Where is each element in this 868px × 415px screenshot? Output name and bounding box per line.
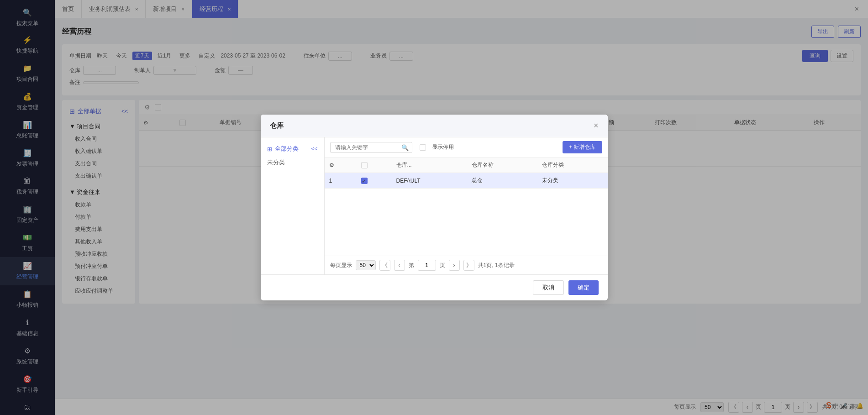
modal-col-checkbox: [357, 158, 392, 173]
row-category: 未分类: [537, 173, 608, 189]
modal-current-page[interactable]: [418, 260, 436, 271]
modal-table-header: ⚙ 仓库... 仓库名称 仓库分类: [325, 158, 608, 173]
modal-header: 仓库 ×: [261, 115, 608, 137]
modal-last-page[interactable]: 》: [463, 260, 474, 271]
modal-first-page[interactable]: 《: [379, 260, 390, 271]
warehouse-modal: 仓库 × ⊞ 全部分类 << 未分类: [261, 115, 608, 300]
modal-table-container: ⚙ 仓库... 仓库名称 仓库分类 1 ✓ DEFAULT: [325, 158, 608, 256]
modal-main: 🔍 显示停用 + 新增仓库 ⚙ 仓库... 仓库名称: [325, 137, 608, 274]
modal-page-size-select[interactable]: 50 20: [356, 260, 376, 270]
modal-col-name[interactable]: 仓库名称: [467, 158, 537, 173]
row-index: 1: [325, 173, 357, 189]
row-code: DEFAULT: [392, 173, 467, 189]
modal-cancel-button[interactable]: 取消: [533, 280, 564, 295]
modal-footer: 取消 确定: [261, 274, 608, 300]
modal-all-label: 全部分类: [275, 145, 299, 153]
modal-pagination: 每页显示 50 20 《 ‹ 第 页 › 》 共1页, 1条记录: [325, 256, 608, 274]
modal-search-input[interactable]: [330, 142, 412, 153]
modal-search-icon: 🔍: [401, 144, 409, 151]
row-name: 总仓: [467, 173, 537, 189]
modal-toolbar: 🔍 显示停用 + 新增仓库: [325, 137, 608, 158]
modal-next-page[interactable]: ›: [449, 260, 460, 271]
modal-close-button[interactable]: ×: [594, 121, 599, 131]
modal-body: ⊞ 全部分类 << 未分类 🔍 显示停用 + 新增: [261, 137, 608, 274]
modal-table-row[interactable]: 1 ✓ DEFAULT 总仓 未分类: [325, 173, 608, 189]
modal-search-wrap: 🔍: [330, 142, 412, 153]
modal-title-text: 仓库: [270, 121, 284, 130]
row-checkbox[interactable]: ✓: [357, 173, 392, 189]
modal-col-category[interactable]: 仓库分类: [537, 158, 608, 173]
modal-page-label: 第: [409, 262, 414, 269]
modal-col-code[interactable]: 仓库...: [392, 158, 467, 173]
modal-overlay: 仓库 × ⊞ 全部分类 << 未分类: [0, 0, 868, 415]
show-disabled-label: 显示停用: [432, 143, 454, 151]
modal-confirm-button[interactable]: 确定: [568, 280, 599, 295]
modal-page-suffix: 页: [440, 262, 445, 269]
modal-total-label: 共1页, 1条记录: [478, 262, 515, 269]
modal-sidebar-all[interactable]: ⊞ 全部分类 <<: [261, 142, 324, 156]
modal-page-size-label: 每页显示: [330, 262, 352, 269]
modal-sidebar-item-unclassified[interactable]: 未分类: [261, 156, 324, 169]
modal-sidebar: ⊞ 全部分类 << 未分类: [261, 137, 325, 274]
show-disabled-checkbox[interactable]: [420, 144, 426, 151]
modal-table: ⚙ 仓库... 仓库名称 仓库分类 1 ✓ DEFAULT: [325, 158, 608, 189]
modal-collapse-btn[interactable]: <<: [311, 146, 317, 152]
unclassified-label: 未分类: [267, 159, 285, 166]
modal-col-gear: ⚙: [325, 158, 357, 173]
modal-prev-page[interactable]: ‹: [394, 260, 405, 271]
add-warehouse-button[interactable]: + 新增仓库: [563, 141, 602, 153]
